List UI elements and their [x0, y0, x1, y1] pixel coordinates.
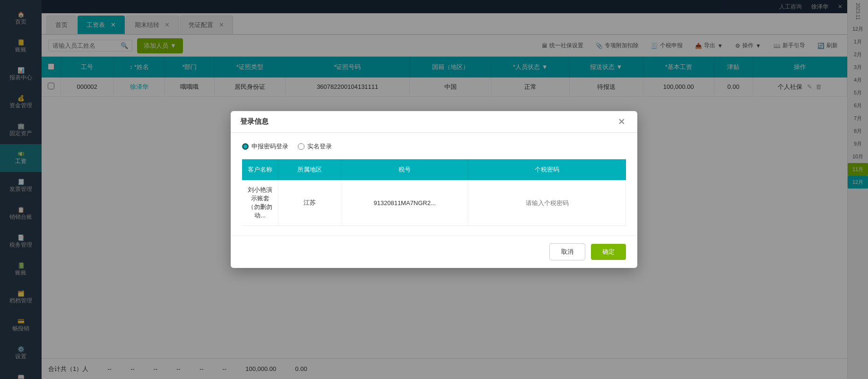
client-tax-id-cell: 91320811MA7NGR2...: [341, 180, 469, 226]
modal-body: 申报密码登录 实名登录 客户名称 所属地区 税号 个税密码: [231, 133, 637, 235]
modal-header: 登录信息 ✕: [231, 111, 637, 133]
modal-footer: 取消 确定: [231, 235, 637, 268]
modal-close-button[interactable]: ✕: [615, 115, 628, 129]
client-name-cell: 刘小艳演示账套（勿删勿动...: [242, 180, 278, 226]
client-table-row: 刘小艳演示账套（勿删勿动... 江苏 91320811MA7NGR2...: [242, 180, 626, 226]
radio-password-input[interactable]: [242, 143, 249, 150]
inner-col-tax-id: 税号: [341, 159, 469, 180]
modal-title: 登录信息: [240, 117, 269, 126]
inner-col-client-name: 客户名称: [242, 159, 278, 180]
login-clients-table: 客户名称 所属地区 税号 个税密码 刘小艳演示账套（勿删勿动... 江苏 913…: [242, 159, 626, 226]
tax-password-input[interactable]: [474, 199, 620, 207]
client-region-cell: 江苏: [278, 180, 341, 226]
cancel-button[interactable]: 取消: [549, 243, 585, 260]
inner-col-tax-password: 个税密码: [469, 159, 626, 180]
inner-col-region: 所属地区: [278, 159, 341, 180]
radio-realname-input[interactable]: [298, 143, 304, 150]
login-method-radio-group: 申报密码登录 实名登录: [242, 142, 626, 151]
radio-password-login[interactable]: 申报密码登录: [242, 142, 288, 151]
confirm-button[interactable]: 确定: [591, 244, 626, 260]
radio-realname-login[interactable]: 实名登录: [298, 142, 332, 151]
modal-overlay: 登录信息 ✕ 申报密码登录 实名登录 客户名称 所属地区: [0, 0, 868, 379]
client-password-cell[interactable]: [469, 180, 626, 226]
login-info-modal: 登录信息 ✕ 申报密码登录 实名登录 客户名称 所属地区: [231, 111, 637, 268]
